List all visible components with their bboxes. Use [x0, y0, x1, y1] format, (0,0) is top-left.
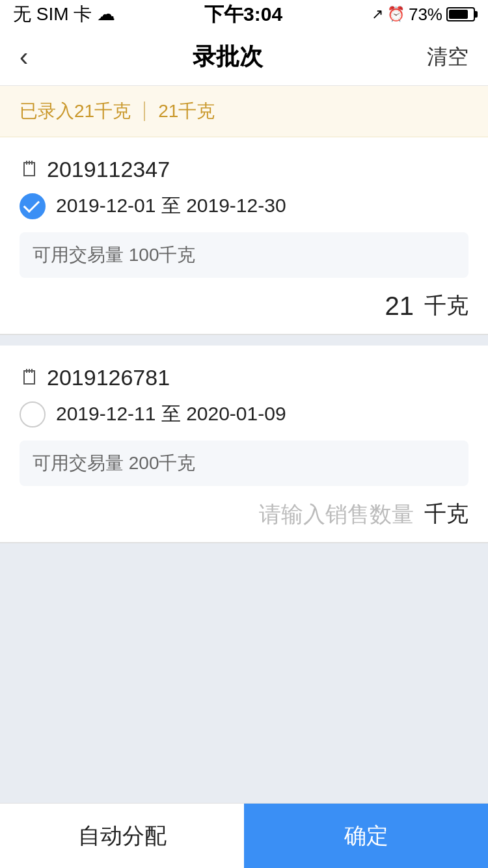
status-time: 下午3:04 — [204, 1, 282, 28]
clear-button[interactable]: 清空 — [427, 43, 468, 72]
battery-icon — [446, 7, 475, 21]
batch-available-1: 可用交易量 100千克 — [20, 232, 468, 278]
alarm-icon: ⏰ — [387, 6, 405, 23]
confirm-button[interactable]: 确定 — [244, 804, 488, 868]
nav-bar: ‹ 录批次 清空 — [0, 29, 488, 86]
quantity-row-1: 21 千克 — [0, 278, 488, 335]
location-icon: ↗ — [372, 6, 383, 23]
status-right: ↗ ⏰ 73% — [372, 5, 475, 25]
page-title: 录批次 — [193, 41, 263, 73]
battery-percent: 73% — [409, 5, 442, 25]
batch-available-2: 可用交易量 200千克 — [20, 441, 468, 486]
status-left: 无 SIM 卡 ☁ — [13, 2, 115, 27]
batch-id-1: 2019112347 — [47, 157, 170, 182]
batch-icon-1: 🗒 — [20, 157, 40, 182]
status-bar: 无 SIM 卡 ☁ 下午3:04 ↗ ⏰ 73% — [0, 0, 488, 29]
quantity-input-2[interactable] — [219, 502, 414, 527]
radio-1[interactable] — [20, 193, 46, 219]
batch-icon-2: 🗒 — [20, 366, 40, 390]
sim-label: 无 SIM 卡 ☁ — [13, 2, 115, 27]
batch-date-2: 2019-12-11 至 2020-01-09 — [56, 401, 286, 427]
batch-item-2: 🗒 2019126781 2019-12-11 至 2020-01-09 可用交… — [0, 346, 488, 486]
auto-distribute-button[interactable]: 自动分配 — [0, 804, 244, 868]
recorded-amount-label: 已录入21千克 — [20, 99, 131, 124]
quantity-unit-2: 千克 — [424, 499, 468, 529]
batch-date-row-1[interactable]: 2019-12-01 至 2019-12-30 — [20, 193, 468, 219]
section-divider — [0, 335, 488, 346]
batch-date-1: 2019-12-01 至 2019-12-30 — [56, 193, 286, 219]
batch-item-1: 🗒 2019112347 2019-12-01 至 2019-12-30 可用交… — [0, 137, 488, 278]
batch-date-row-2[interactable]: 2019-12-11 至 2020-01-09 — [20, 401, 468, 427]
bottom-bar: 自动分配 确定 — [0, 803, 488, 868]
batch-id-row-2: 🗒 2019126781 — [20, 365, 468, 390]
amount-label: 21千克 — [158, 99, 215, 124]
input-row-2[interactable]: 千克 — [0, 486, 488, 543]
empty-area — [0, 543, 488, 823]
info-banner: 已录入21千克 21千克 — [0, 86, 488, 137]
quantity-unit-1: 千克 — [424, 291, 468, 321]
quantity-value-1: 21 — [385, 292, 414, 321]
back-button[interactable]: ‹ — [20, 42, 28, 72]
info-banner-divider — [144, 102, 145, 121]
radio-2[interactable] — [20, 401, 46, 427]
batch-id-2: 2019126781 — [47, 365, 170, 390]
batch-id-row-1: 🗒 2019112347 — [20, 157, 468, 182]
